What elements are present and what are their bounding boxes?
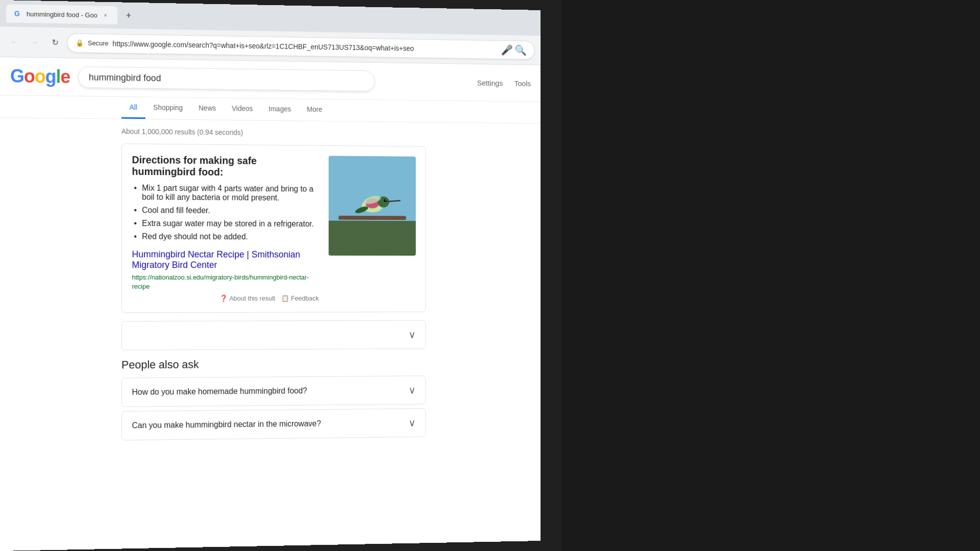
search-icon[interactable]: 🔍 <box>515 44 527 56</box>
microphone-icon[interactable]: 🎤 <box>501 44 513 56</box>
address-bar[interactable]: 🔒 Secure https://www.google.com/search?q… <box>67 33 534 60</box>
secure-label: Secure <box>88 39 109 47</box>
address-text: https://www.google.com/search?q=what+is+… <box>112 39 497 54</box>
feedback-label: Feedback <box>291 294 319 302</box>
browser-window: G hummingbird food - Goo × + ← → ↻ 🔒 Sec… <box>0 0 541 551</box>
snippet-url: https://nationalzoo.si.edu/migratory-bir… <box>132 273 309 290</box>
question-text-1: How do you make homemade hummingbird foo… <box>132 386 307 396</box>
logo-letter-o2: o <box>35 66 45 87</box>
question-circle-icon: ❓ <box>219 294 228 302</box>
tab-title: hummingbird food - Goo <box>27 10 97 18</box>
question-text-2: Can you make hummingbird nectar in the m… <box>132 419 321 431</box>
tab-news[interactable]: News <box>191 98 224 120</box>
svg-text:G: G <box>14 10 20 18</box>
chevron-down-icon-3: ∨ <box>408 417 415 429</box>
feedback-button[interactable]: 📋 Feedback <box>281 294 319 302</box>
tab-more[interactable]: More <box>299 99 330 121</box>
tab-images[interactable]: Images <box>261 98 299 120</box>
chevron-down-icon-1: ∨ <box>408 329 415 340</box>
tools-link[interactable]: Tools <box>514 79 531 88</box>
tab-favicon: G <box>14 10 22 18</box>
tab-videos-label: Videos <box>232 104 253 112</box>
snippet-footer: ❓ About this result 📋 Feedback <box>132 294 318 302</box>
logo-letter-o1: o <box>24 66 35 87</box>
results-area: About 1,000,000 results (0.94 seconds) D… <box>0 118 541 454</box>
settings-link[interactable]: Settings <box>477 79 503 87</box>
refresh-button[interactable]: ↻ <box>47 34 63 51</box>
snippet-list: Mix 1 part sugar with 4 parts water and … <box>132 184 318 242</box>
tab-all-label: All <box>130 103 137 111</box>
search-query-text: hummingbird food <box>89 72 364 86</box>
forward-button[interactable]: → <box>27 34 43 50</box>
header-right: Settings Tools <box>477 79 531 88</box>
search-box[interactable]: hummingbird food <box>78 66 375 91</box>
new-tab-button[interactable]: + <box>121 8 135 22</box>
tab-shopping-label: Shopping <box>153 104 183 112</box>
snippet-source-link[interactable]: Hummingbird Nectar Recipe | Smithsonian … <box>132 249 318 270</box>
tab-more-label: More <box>307 105 323 113</box>
about-result-button[interactable]: ❓ About this result <box>219 294 275 302</box>
back-button[interactable]: ← <box>6 34 22 50</box>
tab-shopping[interactable]: Shopping <box>145 97 191 120</box>
svg-point-8 <box>384 199 387 202</box>
back-icon: ← <box>10 37 18 46</box>
dark-background <box>561 0 980 551</box>
snippet-bullet-3: Extra sugar water may be stored in a ref… <box>132 219 318 229</box>
svg-point-9 <box>385 199 386 201</box>
hummingbird-image <box>329 156 416 256</box>
people-also-ask-section: People also ask How do you make homemade… <box>121 357 426 440</box>
feedback-icon: 📋 <box>281 294 289 302</box>
google-logo[interactable]: Google <box>10 65 70 87</box>
snippet-content: Directions for making safe hummingbird f… <box>132 154 318 302</box>
featured-snippet: Directions for making safe hummingbird f… <box>121 143 426 313</box>
refresh-icon: ↻ <box>52 38 58 47</box>
results-count: About 1,000,000 results (0.94 seconds) <box>121 127 426 138</box>
snippet-title: Directions for making safe hummingbird f… <box>132 154 318 179</box>
logo-letter-g: G <box>10 65 24 86</box>
chevron-down-icon-2: ∨ <box>408 384 415 396</box>
tab-videos[interactable]: Videos <box>224 98 261 120</box>
tab-close-button[interactable]: × <box>102 11 110 19</box>
logo-letter-l: l <box>56 66 61 87</box>
search-box-container: hummingbird food <box>78 66 375 91</box>
people-also-ask-heading: People also ask <box>121 357 426 371</box>
question-row-1[interactable]: How do you make homemade hummingbird foo… <box>121 375 426 407</box>
svg-rect-3 <box>338 216 406 220</box>
about-result-label: About this result <box>229 294 275 302</box>
forward-icon: → <box>31 37 39 46</box>
active-tab[interactable]: G hummingbird food - Goo × <box>6 4 117 24</box>
google-header: Google hummingbird food Settings Tools <box>0 57 541 102</box>
tab-news-label: News <box>199 104 216 112</box>
secure-icon: 🔒 <box>76 39 84 46</box>
hummingbird-svg <box>329 156 416 256</box>
tab-all[interactable]: All <box>121 97 145 119</box>
question-row-2[interactable]: Can you make hummingbird nectar in the m… <box>121 408 426 440</box>
logo-letter-e: e <box>60 66 70 87</box>
tab-images-label: Images <box>268 105 291 113</box>
snippet-bullet-1: Mix 1 part sugar with 4 parts water and … <box>132 184 318 203</box>
logo-letter-g2: g <box>45 66 56 87</box>
snippet-bullet-4: Red dye should not be added. <box>132 232 318 242</box>
nav-icons: 🎤 🔍 <box>501 44 527 56</box>
svg-rect-2 <box>329 220 416 256</box>
page-content: Google hummingbird food Settings Tools A… <box>0 57 541 551</box>
snippet-bullet-2: Cool and fill feeder. <box>132 206 318 215</box>
expandable-result-1[interactable]: ∨ <box>121 320 426 350</box>
